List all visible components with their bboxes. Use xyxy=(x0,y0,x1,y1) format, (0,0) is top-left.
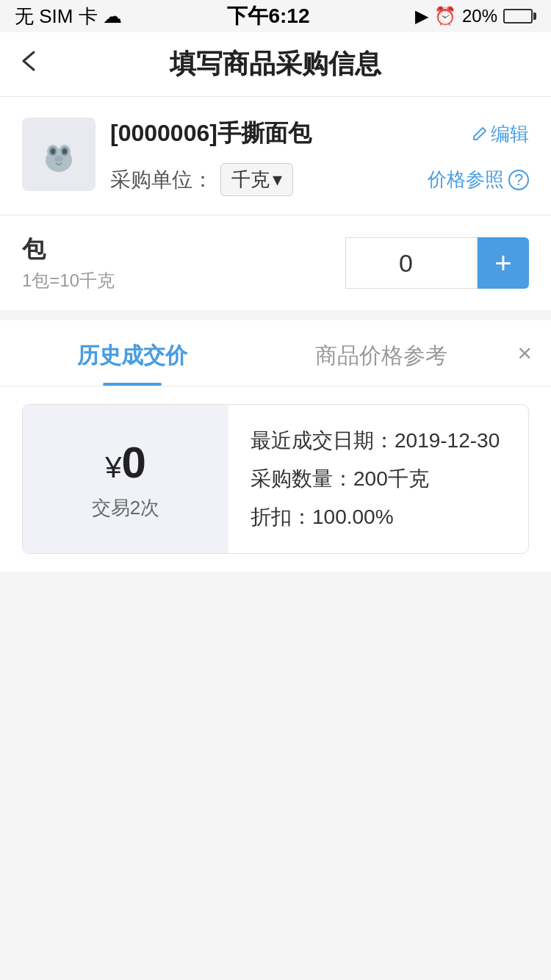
purchase-qty-row: 采购数量：200千克 xyxy=(251,465,506,493)
recent-date-row: 最近成交日期：2019-12-30 xyxy=(251,427,506,455)
tab-history-price[interactable]: 历史成交价 xyxy=(7,320,256,386)
tab-product-price-reference[interactable]: 商品价格参考 xyxy=(256,320,505,386)
alarm-icon: ⏰ xyxy=(434,6,456,26)
location-icon: ▶ xyxy=(415,6,428,26)
price-ref-help-icon: ? xyxy=(508,170,529,190)
page-title: 填写商品采购信息 xyxy=(170,46,381,82)
tabs-list: 历史成交价 商品价格参考 xyxy=(7,320,505,386)
unit-label: 采购单位： 千克 ▾ xyxy=(110,163,293,196)
history-content: ¥0 交易2次 最近成交日期：2019-12-30 采购数量：200千克 折扣：… xyxy=(0,386,551,572)
unit-dropdown[interactable]: 千克 ▾ xyxy=(220,163,293,196)
currency-symbol: ¥ xyxy=(105,451,121,483)
price-reference-button[interactable]: 价格参照 ? xyxy=(428,167,529,192)
battery-icon xyxy=(503,9,536,24)
quantity-label-area: 包 1包=10千克 xyxy=(22,234,115,292)
product-info: [0000006]手撕面包 编辑 采购单位： 千克 ▾ 价格 xyxy=(110,118,529,196)
product-full-name: [0000006]手撕面包 xyxy=(110,118,311,150)
edit-button[interactable]: 编辑 xyxy=(472,121,529,147)
status-time: 下午6:12 xyxy=(227,2,309,30)
discount-row: 折扣：100.00% xyxy=(251,503,506,531)
quantity-conversion: 1包=10千克 xyxy=(22,269,115,292)
quantity-input-area: + xyxy=(345,237,529,289)
quantity-input[interactable] xyxy=(345,237,478,289)
sim-status: 无 SIM 卡 ☁ xyxy=(15,4,122,29)
dropdown-arrow-icon: ▾ xyxy=(273,168,282,191)
history-card-details: 最近成交日期：2019-12-30 采购数量：200千克 折扣：100.00% xyxy=(228,405,528,553)
trade-count: 交易2次 xyxy=(92,495,159,521)
quantity-plus-button[interactable]: + xyxy=(478,237,529,289)
history-card: ¥0 交易2次 最近成交日期：2019-12-30 采购数量：200千克 折扣：… xyxy=(22,404,529,554)
tabs-close-button[interactable]: × xyxy=(505,324,544,382)
svg-point-5 xyxy=(51,149,55,154)
svg-point-6 xyxy=(62,149,67,154)
history-price: ¥0 xyxy=(105,437,146,488)
tabs-header: 历史成交价 商品价格参考 × xyxy=(0,320,551,386)
status-left: 无 SIM 卡 ☁ xyxy=(15,4,122,29)
quantity-unit-name: 包 xyxy=(22,234,115,266)
status-right: ▶ ⏰ 20% xyxy=(415,6,536,26)
nav-bar: 填写商品采购信息 xyxy=(0,32,551,97)
product-thumbnail xyxy=(22,118,96,191)
back-button[interactable] xyxy=(18,45,40,84)
page-background xyxy=(0,572,551,980)
svg-point-7 xyxy=(54,156,63,162)
quantity-section: 包 1包=10千克 + xyxy=(0,215,551,310)
battery-percent: 20% xyxy=(462,6,497,26)
status-bar: 无 SIM 卡 ☁ 下午6:12 ▶ ⏰ 20% xyxy=(0,0,551,32)
product-section: [0000006]手撕面包 编辑 采购单位： 千克 ▾ 价格 xyxy=(0,97,551,214)
history-card-price-area: ¥0 交易2次 xyxy=(23,405,228,553)
tabs-section: 历史成交价 商品价格参考 × ¥0 交易2次 最近成交日期：2019-12-30… xyxy=(0,320,551,572)
